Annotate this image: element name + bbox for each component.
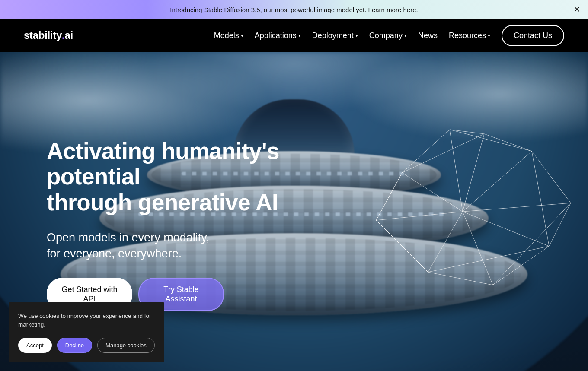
svg-line-5 — [463, 212, 549, 246]
announcement-bar: Introducing Stable Diffusion 3.5, our mo… — [0, 0, 588, 19]
hero-sub-line2: for everyone, everywhere. — [47, 247, 182, 260]
svg-line-13 — [532, 151, 549, 246]
svg-line-8 — [463, 134, 484, 212]
chevron-down-icon: ▾ — [355, 32, 358, 38]
svg-line-7 — [463, 151, 532, 212]
chevron-down-icon: ▾ — [488, 32, 490, 38]
hero-title-line2: through generative AI — [47, 190, 278, 215]
nav-item-news[interactable]: News — [418, 31, 438, 40]
nav-item-models[interactable]: Models ▾ — [214, 31, 243, 40]
hero-subtitle: Open models in every modality, for every… — [47, 230, 349, 261]
cookie-manage-button[interactable]: Manage cookies — [97, 338, 155, 353]
contact-us-button[interactable]: Contact Us — [502, 25, 564, 46]
nav-label: Applications — [255, 31, 297, 40]
nav-item-applications[interactable]: Applications ▾ — [255, 31, 301, 40]
chevron-down-icon: ▾ — [241, 32, 243, 38]
cookie-decline-button[interactable]: Decline — [57, 338, 92, 353]
nav-item-resources[interactable]: Resources ▾ — [449, 31, 490, 40]
nav-label: Deployment — [312, 31, 354, 40]
hero-title-line1: Activating humanity's potential — [47, 138, 279, 189]
cookie-buttons: Accept Decline Manage cookies — [18, 338, 155, 353]
close-icon: ✕ — [574, 5, 580, 14]
brand-name-part2: ai — [64, 29, 73, 41]
brand-name-part1: stability — [24, 29, 62, 41]
chevron-down-icon: ▾ — [404, 32, 407, 38]
nav-label: Resources — [449, 31, 486, 40]
cookie-text: We use cookies to improve your experienc… — [18, 312, 155, 330]
nav-label: Company — [369, 31, 403, 40]
nav-item-company[interactable]: Company ▾ — [369, 31, 407, 40]
cookie-banner: We use cookies to improve your experienc… — [9, 302, 164, 363]
announcement-link[interactable]: here — [403, 6, 416, 13]
svg-line-2 — [376, 212, 463, 220]
svg-line-3 — [428, 212, 463, 272]
announcement-prefix: Introducing Stable Diffusion 3.5, our mo… — [170, 6, 403, 13]
svg-line-1 — [402, 173, 463, 212]
announcement-text: Introducing Stable Diffusion 3.5, our mo… — [170, 6, 418, 13]
svg-line-11 — [376, 220, 428, 272]
svg-line-10 — [402, 134, 484, 173]
svg-line-12 — [493, 203, 571, 285]
primary-nav: Models ▾ Applications ▾ Deployment ▾ Com… — [214, 25, 564, 46]
wireframe-graphic — [372, 125, 575, 298]
svg-line-14 — [428, 246, 549, 272]
svg-line-4 — [463, 212, 493, 285]
site-header: stability.ai Models ▾ Applications ▾ Dep… — [0, 19, 588, 52]
announcement-close-button[interactable]: ✕ — [574, 6, 580, 13]
announcement-suffix: . — [416, 6, 418, 13]
hero-content: Activating humanity's potential through … — [47, 138, 349, 311]
chevron-down-icon: ▾ — [298, 32, 301, 38]
svg-line-6 — [463, 203, 571, 212]
hero-sub-line1: Open models in every modality, — [47, 231, 209, 244]
svg-line-0 — [450, 130, 463, 212]
brand-logo[interactable]: stability.ai — [24, 29, 73, 41]
cookie-accept-button[interactable]: Accept — [18, 338, 52, 353]
hero-title: Activating humanity's potential through … — [47, 138, 349, 215]
svg-line-15 — [376, 173, 402, 220]
nav-label: News — [418, 31, 438, 40]
svg-line-9 — [450, 130, 532, 151]
nav-item-deployment[interactable]: Deployment ▾ — [312, 31, 358, 40]
nav-label: Models — [214, 31, 239, 40]
